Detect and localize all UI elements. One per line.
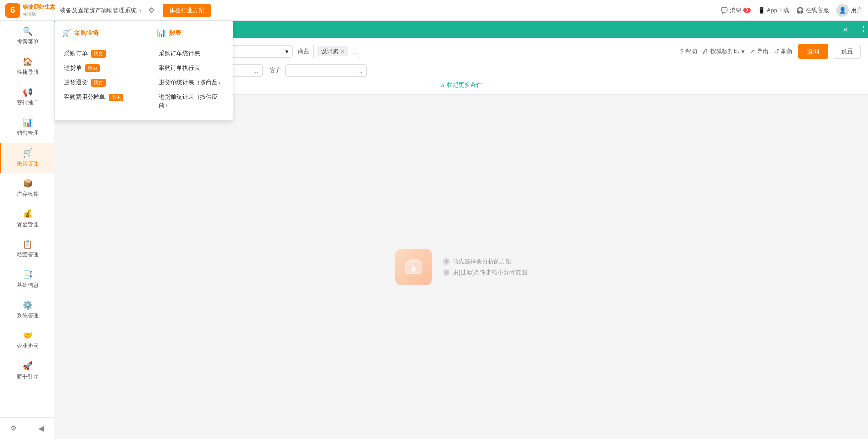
customer-label: 客户 — [270, 66, 282, 74]
logo-icon: 6 — [5, 3, 20, 18]
export-button[interactable]: ↗ 导出 — [750, 47, 769, 55]
goods-tag-remove[interactable]: ✕ — [341, 49, 345, 54]
sidebar-item-guide[interactable]: 🚀 新手引导 — [0, 355, 54, 386]
customer-filter-group: 客户 … — [270, 64, 367, 77]
inventory-icon: 📦 — [23, 178, 33, 188]
purchase-section-icon: 🛒 — [62, 29, 71, 37]
refresh-button[interactable]: ↺ 刷新 — [774, 47, 793, 55]
customer-dots[interactable]: … — [357, 67, 363, 74]
logo-area: 6 畅捷通好生意 标准版 — [5, 3, 60, 18]
menu-item-po-stats[interactable]: 采购订单统计表 — [157, 46, 226, 61]
system-settings-icon[interactable]: ⚙ — [148, 6, 155, 15]
purchase-icon: 🛒 — [23, 148, 33, 158]
app-download-button[interactable]: 📱 App下载 — [758, 6, 789, 15]
menu-item-inbound-stats-product[interactable]: 进货单统计表（按商品） — [157, 75, 226, 90]
sidebar-bottom: ⚙ ◀ — [0, 417, 54, 439]
dropdown-divider — [144, 29, 144, 113]
history-badge-1: 历史 — [85, 64, 100, 72]
top-bar: 6 畅捷通好生意 标准版 装备及固定资产辅助管理系统 ▾ ⚙ 体验行业方案 💬 … — [0, 0, 868, 21]
sidebar-item-finance[interactable]: 💰 资金管理 — [0, 203, 54, 234]
sidebar-item-system[interactable]: ⚙️ 系统管理 — [0, 295, 54, 325]
customer-select[interactable]: … — [285, 64, 367, 77]
svg-rect-1 — [409, 259, 419, 262]
menu-item-return[interactable]: 进货退货 历史 — [62, 75, 131, 90]
marketing-icon: 📢 — [23, 87, 33, 97]
help-button[interactable]: ? 帮助 — [680, 47, 697, 55]
avatar: 👤 — [836, 4, 849, 17]
window-close-button[interactable]: ✕ — [837, 25, 853, 34]
sidebar-collapse-button[interactable]: ◀ — [34, 422, 47, 434]
message-badge: 9 — [743, 8, 751, 13]
sidebar-item-basic-info[interactable]: 📑 基础信息 — [0, 264, 54, 295]
filter-toolbar-right: ? 帮助 🖨 按模板打印 ▾ ↗ 导出 ↺ 刷新 — [680, 44, 861, 59]
sales-icon: 📊 — [23, 118, 33, 128]
collapse-button[interactable]: ∧ 收起更多条件 — [440, 81, 482, 89]
query-button[interactable]: 查询 — [798, 44, 828, 59]
window-resize-button[interactable]: ⛶ — [853, 25, 868, 34]
top-right: 💬 消息 9 📱 App下载 🎧 在线客服 👤 用户 — [721, 4, 863, 17]
purchase-section: 🛒 采购业务 采购订单 历史 进货单 历史 进货退货 历史 采购费用分摊单 历史 — [62, 29, 131, 113]
goods-tag: 设计素 ✕ — [317, 46, 348, 56]
sidebar-label-guide: 新手引导 — [17, 373, 39, 380]
print-icon: 🖨 — [702, 48, 708, 55]
system-name-area: 装备及固定资产辅助管理系统 ▾ ⚙ 体验行业方案 — [60, 4, 211, 17]
online-service-button[interactable]: 🎧 在线客服 — [796, 6, 829, 15]
menu-item-cost-allocation[interactable]: 采购费用分摊单 历史 — [62, 90, 131, 104]
sidebar-label-system: 系统管理 — [17, 312, 39, 320]
collapse-chevron-up-icon: ∧ — [440, 82, 445, 89]
sidebar-label-purchase: 采购管理 — [17, 160, 39, 168]
sidebar-item-marketing[interactable]: 📢 营销推广 — [0, 82, 54, 112]
sidebar-label-sales: 销售管理 — [17, 129, 39, 137]
system-name: 装备及固定资产辅助管理系统 — [60, 6, 137, 15]
empty-tip-2: ② 用[过滤]条件来缩小分析范围 — [443, 268, 527, 276]
sidebar: 🔍 搜索菜单 🏠 快捷导航 📢 营销推广 📊 销售管理 🛒 采购管理 📦 库存核… — [0, 21, 54, 439]
sidebar-item-sales[interactable]: 📊 销售管理 — [0, 112, 54, 143]
settings-button[interactable]: 设置 — [834, 44, 861, 59]
enterprise-icon: 🤝 — [23, 330, 33, 340]
sidebar-item-inventory[interactable]: 📦 库存核算 — [0, 173, 54, 203]
menu-item-inbound-stats-supplier[interactable]: 进货单统计表（按供应商） — [157, 90, 226, 113]
sidebar-item-enterprise[interactable]: 🤝 企业协同 — [0, 325, 54, 355]
sidebar-settings-button[interactable]: ⚙ — [7, 422, 20, 434]
empty-tip-1: ① 请先选择要分析的方案 — [443, 257, 527, 266]
export-icon: ↗ — [750, 48, 755, 55]
sidebar-item-quick-nav[interactable]: 🏠 快捷导航 — [0, 51, 54, 82]
report-section-icon: 📊 — [157, 29, 166, 37]
sidebar-label-quick-nav: 快捷导航 — [17, 69, 39, 76]
user-button[interactable]: 👤 用户 — [836, 4, 863, 17]
guide-icon: 🚀 — [23, 361, 33, 371]
purchase-dropdown-menu: 🛒 采购业务 采购订单 历史 进货单 历史 进货退货 历史 采购费用分摊单 历史… — [54, 21, 233, 120]
sidebar-item-purchase[interactable]: 🛒 采购管理 — [0, 143, 54, 173]
system-chevron-icon[interactable]: ▾ — [139, 7, 142, 14]
operations-icon: 📋 — [23, 239, 33, 249]
doc-status-chevron: ▾ — [285, 48, 288, 55]
goods-more-dots[interactable]: … — [350, 48, 356, 55]
report-section-title: 📊 报表 — [157, 29, 226, 41]
doc-status-select[interactable]: ▾ — [229, 45, 293, 58]
sidebar-label-basic-info: 基础信息 — [17, 281, 39, 289]
tip-dot-2: ② — [443, 269, 450, 276]
goods-select[interactable]: 设计素 ✕ … — [313, 44, 360, 59]
system-icon: ⚙️ — [23, 300, 33, 310]
salesperson-dots[interactable]: … — [253, 67, 258, 74]
home-icon: 🏠 — [23, 57, 33, 67]
search-icon: 🔍 — [23, 26, 33, 36]
message-icon: 💬 — [721, 7, 728, 14]
empty-state: ① 请先选择要分析的方案 ② 用[过滤]条件来缩小分析范围 — [54, 95, 868, 439]
refresh-icon: ↺ — [774, 48, 779, 55]
phone-icon: 📱 — [758, 7, 765, 14]
help-icon: ? — [680, 48, 683, 55]
sidebar-item-search[interactable]: 🔍 搜索菜单 — [0, 21, 54, 51]
sidebar-item-operations[interactable]: 📋 经营管理 — [0, 234, 54, 264]
trial-button[interactable]: 体验行业方案 — [163, 4, 211, 17]
message-button[interactable]: 💬 消息 9 — [721, 6, 751, 15]
template-print-button[interactable]: 🖨 按模板打印 ▾ — [702, 47, 745, 55]
menu-item-inbound[interactable]: 进货单 历史 — [62, 61, 131, 75]
sidebar-label-marketing: 营销推广 — [17, 99, 39, 107]
menu-item-po-exec[interactable]: 采购订单执行表 — [157, 61, 226, 75]
history-badge-0: 历史 — [91, 50, 106, 58]
history-badge-3: 历史 — [109, 94, 123, 101]
finance-icon: 💰 — [23, 209, 33, 219]
report-section: 📊 报表 采购订单统计表 采购订单执行表 进货单统计表（按商品） 进货单统计表（… — [157, 29, 226, 113]
menu-item-purchase-order[interactable]: 采购订单 历史 — [62, 46, 131, 61]
